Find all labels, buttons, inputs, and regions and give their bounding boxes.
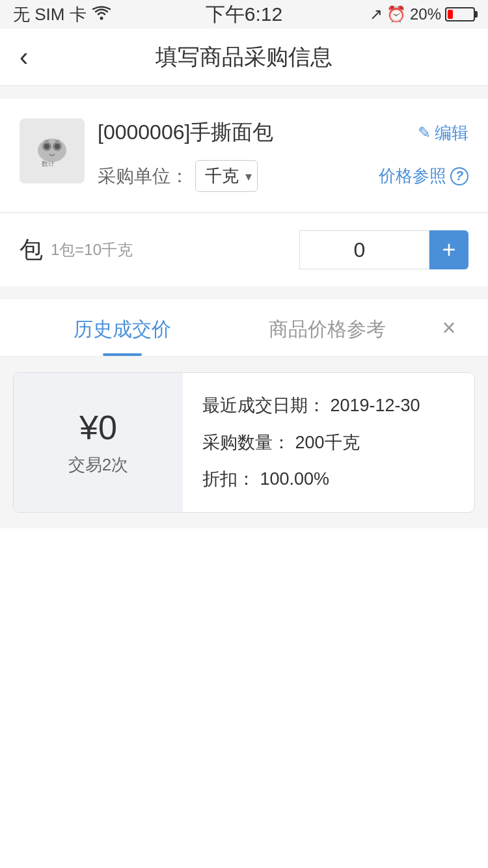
alarm-icon: ⏰ <box>386 5 406 23</box>
location-icon: ↗ <box>370 5 383 23</box>
tab-history-price[interactable]: 历史成交价 <box>20 299 224 356</box>
price-ref-icon: ? <box>450 167 468 185</box>
status-bar: 无 SIM 卡 下午6:12 ↗ ⏰ 20% <box>0 0 488 29</box>
quantity-row-detail: 采购数量： 200千克 <box>202 429 455 456</box>
svg-point-0 <box>100 16 103 20</box>
carrier-text: 无 SIM 卡 <box>13 3 87 26</box>
back-button[interactable]: ‹ <box>20 42 52 72</box>
quantity-row: 包 1包=10千克 + <box>0 213 488 286</box>
purchase-unit: 采购单位： 千克 <box>98 160 258 192</box>
quantity-label: 采购数量： <box>202 433 290 452</box>
unit-value: 千克 <box>205 165 239 187</box>
edit-button[interactable]: ✎ 编辑 <box>418 122 468 144</box>
battery-icon <box>445 7 475 21</box>
svg-point-4 <box>44 144 49 149</box>
recent-date-row: 最近成交日期： 2019-12-30 <box>202 392 455 419</box>
price-amount: 0 <box>98 409 117 446</box>
quantity-control: + <box>299 230 468 269</box>
unit-label: 包 1包=10千克 <box>20 234 133 266</box>
recent-date-value: 2019-12-30 <box>331 396 420 415</box>
product-meta: 采购单位： 千克 价格参照 ? <box>98 160 468 192</box>
battery-text: 20% <box>410 5 441 23</box>
history-price-value: ¥0 <box>79 408 117 447</box>
discount-label: 折扣： <box>202 469 255 489</box>
edit-icon: ✎ <box>418 124 431 142</box>
product-info: [0000006]手撕面包 ✎ 编辑 采购单位： 千克 价格参照 ? <box>98 118 468 192</box>
status-right: ↗ ⏰ 20% <box>370 5 475 23</box>
svg-point-1 <box>38 139 66 162</box>
tabs-bar: 历史成交价 商品价格参考 × <box>0 299 488 357</box>
quantity-value: 200千克 <box>295 433 360 452</box>
product-card: 数计 [0000006]手撕面包 ✎ 编辑 采购单位： 千克 价格参照 ? <box>0 99 488 211</box>
product-header: [0000006]手撕面包 ✎ 编辑 <box>98 118 468 147</box>
unit-symbol: 包 <box>20 234 43 266</box>
currency-symbol: ¥ <box>79 409 98 446</box>
discount-row: 折扣： 100.00% <box>202 466 455 493</box>
product-logo-icon: 数计 <box>31 127 73 176</box>
status-time: 下午6:12 <box>206 1 282 28</box>
page-title: 填写商品采购信息 <box>156 42 332 72</box>
product-name: [0000006]手撕面包 <box>98 118 273 147</box>
price-ref-button[interactable]: 价格参照 ? <box>379 165 468 187</box>
product-thumbnail: 数计 <box>20 118 85 183</box>
wifi-icon <box>92 5 111 25</box>
svg-point-5 <box>55 144 60 149</box>
trade-count: 交易2次 <box>68 454 128 476</box>
history-price-column: ¥0 交易2次 <box>14 373 183 512</box>
status-left: 无 SIM 卡 <box>13 3 111 26</box>
svg-text:数计: 数计 <box>42 160 55 167</box>
recent-date-label: 最近成交日期： <box>202 396 325 415</box>
history-detail-column: 最近成交日期： 2019-12-30 采购数量： 200千克 折扣： 100.0… <box>183 373 474 512</box>
quantity-plus-button[interactable]: + <box>429 230 468 269</box>
edit-label: 编辑 <box>435 122 468 144</box>
tab-price-ref[interactable]: 商品价格参考 <box>224 299 429 356</box>
discount-value: 100.00% <box>260 469 330 489</box>
bottom-space <box>0 528 488 869</box>
purchase-unit-label: 采购单位： <box>98 164 189 189</box>
nav-bar: ‹ 填写商品采购信息 <box>0 29 488 86</box>
unit-conversion: 1包=10千克 <box>51 239 133 260</box>
price-ref-label: 价格参照 <box>379 165 446 187</box>
tab-close-button[interactable]: × <box>429 308 468 347</box>
quantity-input[interactable] <box>299 230 429 269</box>
unit-select[interactable]: 千克 <box>195 160 258 192</box>
history-card: ¥0 交易2次 最近成交日期： 2019-12-30 采购数量： 200千克 折… <box>13 372 475 513</box>
